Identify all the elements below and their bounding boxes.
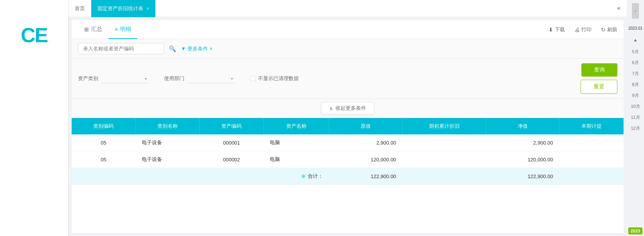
reset-button[interactable]: 重置 bbox=[581, 80, 617, 94]
cell-asset-code: 000001 bbox=[200, 134, 264, 151]
hide-cleared-checkbox-item[interactable]: 不显示已清理数据 bbox=[250, 75, 299, 82]
active-tab[interactable]: 固定资产折旧统计表 × bbox=[91, 0, 155, 17]
col-asset-name: 资产名称 bbox=[263, 118, 329, 134]
summary-label-cell: ⊞合计： bbox=[263, 168, 329, 185]
more-conditions-button[interactable]: ▼ 更多条件 ∨ bbox=[181, 45, 213, 52]
home-tab[interactable]: 首页 bbox=[75, 5, 91, 12]
toolbar-right: ⬇ 下载 🖨 打印 ↻ 刷新 bbox=[548, 26, 617, 33]
cell-current-depreciation bbox=[559, 151, 624, 168]
search-bar: 🔍 ▼ 更多条件 ∨ bbox=[72, 39, 624, 59]
hide-cleared-checkbox[interactable] bbox=[250, 76, 256, 81]
asset-category-select-wrapper[interactable]: ▾ bbox=[101, 74, 148, 83]
right-sidebar: › 2023.01 ▲ 5月6月7月8月9月10月11月12月 2023 bbox=[627, 0, 644, 236]
download-label: 下载 bbox=[555, 26, 565, 33]
cell-asset-code: 000002 bbox=[200, 151, 264, 168]
cell-asset-name: 电脑 bbox=[263, 151, 329, 168]
sum-icon: ⊞ bbox=[301, 173, 305, 179]
cell-category-name: 电子设备 bbox=[135, 134, 200, 151]
cell-category-code: 05 bbox=[72, 134, 135, 151]
collapse-button[interactable]: ∧ 收起更多条件 bbox=[321, 102, 374, 114]
more-conditions-label: 更多条件 bbox=[188, 45, 208, 52]
sidebar-month-button[interactable]: 7月 bbox=[628, 68, 642, 79]
data-table: 类别编码 类别名称 资产编码 资产名称 原值 期初累计折旧 净值 本期计提 05… bbox=[72, 118, 624, 185]
summary-original-value: 122,900.00 bbox=[329, 168, 402, 185]
summary-net-value: 122,900.00 bbox=[486, 168, 559, 185]
department-select-wrapper[interactable]: ▾ bbox=[188, 74, 235, 83]
print-icon: 🖨 bbox=[574, 27, 580, 33]
sidebar-month-button[interactable]: 10月 bbox=[628, 101, 642, 112]
tab-summary[interactable]: ⊞ 汇总 bbox=[78, 20, 108, 39]
sidebar-month-button[interactable]: 11月 bbox=[628, 112, 642, 123]
asset-category-select[interactable] bbox=[101, 74, 148, 83]
tab-detail[interactable]: ≡ 明细 bbox=[108, 20, 137, 39]
search-icon[interactable]: 🔍 bbox=[169, 45, 176, 52]
page-container: ⊞ 汇总 ≡ 明细 ⬇ 下载 🖨 打印 ↻ 刷新 bbox=[72, 20, 624, 233]
col-net-value: 净值 bbox=[486, 118, 559, 134]
refresh-label: 刷新 bbox=[607, 26, 617, 33]
asset-category-label: 资产类别 bbox=[78, 75, 98, 82]
close-window-button[interactable]: × bbox=[617, 5, 621, 12]
query-button[interactable]: 查询 bbox=[581, 63, 617, 77]
cell-asset-name: 电脑 bbox=[263, 134, 329, 151]
download-icon: ⬇ bbox=[548, 27, 553, 33]
table-header-row: 类别编码 类别名称 资产编码 资产名称 原值 期初累计折旧 净值 本期计提 bbox=[72, 118, 624, 134]
cell-net-value: 120,000.00 bbox=[486, 151, 559, 168]
chevron-down-icon: ∨ bbox=[209, 46, 213, 51]
main-content: 首页 固定资产折旧统计表 × × ⊞ 汇总 ≡ 明细 ⬇ 下载 bbox=[69, 0, 627, 236]
table-container: 类别编码 类别名称 资产编码 资产名称 原值 期初累计折旧 净值 本期计提 05… bbox=[72, 118, 624, 233]
active-tab-label: 固定资产折旧统计表 bbox=[97, 5, 143, 12]
print-label: 打印 bbox=[581, 26, 592, 33]
department-filter: 使用部门 ▾ bbox=[164, 74, 235, 83]
cell-accumulated-depreciation bbox=[402, 134, 486, 151]
department-select[interactable] bbox=[188, 74, 235, 83]
summary-icon: ⊞ bbox=[84, 26, 89, 32]
sidebar-month-button[interactable]: 12月 bbox=[628, 123, 642, 134]
year-badge[interactable]: 2023 bbox=[628, 227, 642, 234]
detail-icon: ≡ bbox=[115, 26, 118, 32]
sidebar-month-button[interactable]: 6月 bbox=[628, 57, 642, 68]
sidebar-month-button[interactable]: 8月 bbox=[628, 79, 642, 90]
filter-icon: ▼ bbox=[181, 46, 186, 52]
print-button[interactable]: 🖨 打印 bbox=[574, 26, 592, 33]
cell-original-value: 2,900.00 bbox=[329, 134, 402, 151]
collapse-up-icon: ∧ bbox=[329, 105, 333, 111]
collapse-label: 收起更多条件 bbox=[336, 105, 366, 112]
summary-label-text: 合计： bbox=[308, 173, 323, 180]
summary-accumulated bbox=[402, 168, 486, 185]
department-label: 使用部门 bbox=[164, 75, 184, 82]
refresh-icon: ↻ bbox=[601, 27, 606, 33]
col-original-value: 原值 bbox=[329, 118, 402, 134]
sub-tabs-bar: ⊞ 汇总 ≡ 明细 ⬇ 下载 🖨 打印 ↻ 刷新 bbox=[72, 20, 624, 39]
sidebar-date-display: 2023.01 bbox=[628, 23, 642, 34]
cell-accumulated-depreciation bbox=[402, 151, 486, 168]
summary-current-depreciation bbox=[559, 168, 624, 185]
sidebar-month-button[interactable]: 9月 bbox=[628, 90, 642, 101]
summary-empty bbox=[72, 168, 263, 185]
summary-row: ⊞合计： 122,900.00 122,900.00 bbox=[72, 168, 624, 185]
sidebar-month-button[interactable]: 5月 bbox=[628, 46, 642, 57]
col-accumulated-depreciation: 期初累计折旧 bbox=[402, 118, 486, 134]
tab-detail-label: 明细 bbox=[120, 26, 131, 33]
refresh-button[interactable]: ↻ 刷新 bbox=[601, 26, 617, 33]
hide-cleared-label: 不显示已清理数据 bbox=[258, 75, 299, 82]
filter-buttons: 查询 重置 bbox=[581, 63, 617, 94]
sidebar-scroll-up[interactable]: ▲ bbox=[628, 34, 642, 45]
table-row: 05 电子设备 000001 电脑 2,900.00 2,900.00 bbox=[72, 134, 624, 151]
tab-summary-label: 汇总 bbox=[91, 26, 102, 33]
top-nav: 首页 固定资产折旧统计表 × × bbox=[69, 0, 627, 17]
download-button[interactable]: ⬇ 下载 bbox=[548, 26, 565, 33]
cell-category-name: 电子设备 bbox=[135, 151, 200, 168]
cell-net-value: 2,900.00 bbox=[486, 134, 559, 151]
month-buttons: 5月6月7月8月9月10月11月12月 bbox=[628, 46, 642, 134]
search-input[interactable] bbox=[78, 43, 164, 54]
col-category-code: 类别编码 bbox=[72, 118, 135, 134]
col-category-name: 类别名称 bbox=[135, 118, 200, 134]
col-asset-code: 资产编码 bbox=[200, 118, 264, 134]
cell-category-code: 05 bbox=[72, 151, 135, 168]
table-row: 05 电子设备 000002 电脑 120,000.00 120,000.00 bbox=[72, 151, 624, 168]
cell-current-depreciation bbox=[559, 134, 624, 151]
sidebar-expand-button[interactable]: › bbox=[632, 3, 639, 19]
asset-category-filter: 资产类别 ▾ bbox=[78, 74, 148, 83]
close-tab-icon[interactable]: × bbox=[146, 6, 149, 11]
cell-original-value: 120,000.00 bbox=[329, 151, 402, 168]
